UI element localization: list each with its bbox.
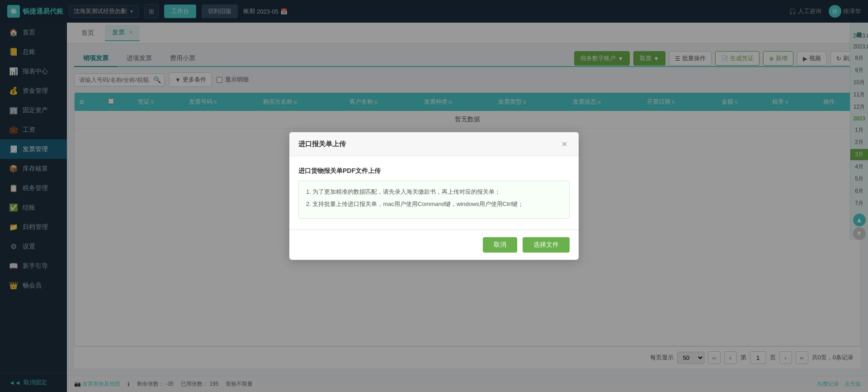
modal-section-title: 进口货物报关单PDF文件上传: [298, 167, 570, 175]
modal-close-button[interactable]: ✕: [559, 139, 570, 149]
modal-info-box: 1. 为了更加精准的数据匹配，请先录入海关缴款书，再上传对应的报关单； 2. 支…: [298, 181, 570, 219]
modal-footer: 取消 选择文件: [289, 229, 579, 260]
modal-select-file-button[interactable]: 选择文件: [523, 237, 570, 253]
import-customs-modal: 进口报关单上传 ✕ 进口货物报关单PDF文件上传 1. 为了更加精准的数据匹配，…: [289, 132, 579, 260]
close-icon: ✕: [561, 140, 567, 148]
modal-header: 进口报关单上传 ✕: [289, 132, 579, 156]
modal-overlay[interactable]: 进口报关单上传 ✕ 进口货物报关单PDF文件上传 1. 为了更加精准的数据匹配，…: [0, 0, 868, 392]
modal-info-item-1: 1. 为了更加精准的数据匹配，请先录入海关缴款书，再上传对应的报关单；: [306, 187, 562, 197]
modal-body: 进口货物报关单PDF文件上传 1. 为了更加精准的数据匹配，请先录入海关缴款书，…: [289, 156, 579, 229]
modal-title: 进口报关单上传: [298, 140, 346, 148]
modal-info-item-2: 2. 支持批量上传进口报关单，mac用户使用Command键，windows用户…: [306, 200, 562, 209]
modal-cancel-button[interactable]: 取消: [483, 237, 517, 253]
